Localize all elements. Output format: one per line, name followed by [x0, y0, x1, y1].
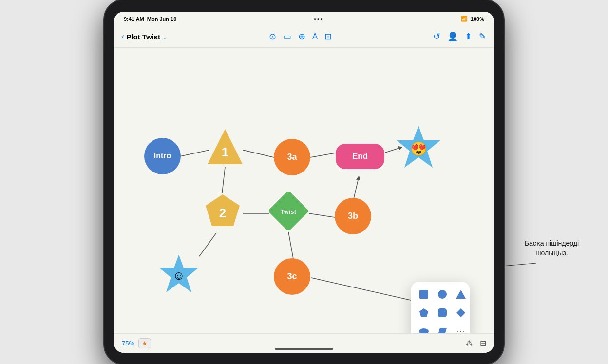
svg-rect-28: [438, 308, 447, 317]
svg-line-4: [310, 153, 338, 157]
toolbar: ‹ Plot Twist ⌄ ⊙ ▭ ⊕ A ⊡ ↺ 👤 ⬆ ✎: [114, 26, 494, 48]
svg-line-9: [354, 178, 359, 199]
svg-marker-26: [456, 290, 466, 299]
shape-tool-icon[interactable]: ⊙: [269, 31, 276, 42]
svg-rect-24: [419, 290, 428, 299]
svg-marker-27: [419, 308, 428, 317]
node-end[interactable]: End: [336, 144, 384, 169]
share-icon[interactable]: ⬆: [465, 31, 472, 42]
shape-btn-ellipse[interactable]: [416, 324, 432, 333]
svg-text:Twist: Twist: [281, 208, 297, 215]
media-tool-icon[interactable]: ⊡: [324, 31, 332, 42]
node-2[interactable]: 2: [203, 192, 242, 231]
status-bar: 9:41 AM Mon Jun 10 ••• 📶 100%: [114, 12, 494, 26]
svg-point-30: [419, 328, 429, 333]
node-3c[interactable]: 3c: [274, 258, 310, 295]
document-title: Plot Twist: [126, 33, 160, 41]
table-tool-icon[interactable]: ▭: [283, 31, 291, 42]
text-tool-icon[interactable]: A: [312, 32, 318, 41]
svg-line-8: [309, 213, 335, 217]
layout-icon[interactable]: ⊟: [480, 339, 486, 348]
shape-picker-popup: ···: [411, 282, 470, 333]
svg-text:☺: ☺: [172, 268, 185, 282]
node-star2[interactable]: ☺: [157, 252, 201, 296]
status-date: Mon Jun 10: [147, 16, 177, 22]
node-twist[interactable]: Twist: [269, 192, 308, 230]
svg-line-2: [180, 150, 209, 156]
svg-line-12: [311, 278, 415, 301]
dots-icon: •••: [314, 15, 323, 22]
collaborate-icon[interactable]: 👤: [447, 31, 458, 42]
node-3a[interactable]: 3a: [274, 139, 310, 175]
zoom-level: 75%: [122, 340, 134, 347]
edit-icon[interactable]: ✎: [479, 31, 486, 42]
wifi-icon: 📶: [461, 16, 468, 22]
home-indicator: [275, 348, 333, 350]
bottom-bar: 75% ★ ⁂ ⊟: [114, 333, 494, 353]
svg-point-25: [438, 290, 447, 299]
shape-btn-more[interactable]: ···: [453, 324, 469, 333]
undo-icon[interactable]: ↺: [433, 31, 440, 42]
svg-marker-29: [456, 308, 465, 317]
svg-line-6: [222, 167, 225, 193]
title-dropdown-icon[interactable]: ⌄: [162, 33, 168, 40]
svg-line-10: [199, 233, 216, 256]
shape-btn-square[interactable]: [416, 287, 432, 302]
svg-text:2: 2: [219, 206, 226, 220]
canvas-area: Intro 1 3a End: [114, 48, 494, 333]
annotation-bottom: Басқа пішіндерді шолыңыз.: [525, 239, 579, 258]
node-1[interactable]: 1: [206, 127, 245, 166]
svg-marker-31: [438, 328, 447, 333]
shape-btn-rounded-square[interactable]: [435, 305, 450, 321]
shape-btn-circle[interactable]: [435, 287, 450, 302]
shape-btn-parallelogram[interactable]: [435, 324, 450, 333]
shape-btn-pentagon[interactable]: [416, 305, 432, 321]
svg-line-3: [243, 150, 274, 157]
node-intro[interactable]: Intro: [144, 138, 181, 174]
node-3b[interactable]: 3b: [335, 198, 371, 234]
ipad-frame: 9:41 AM Mon Jun 10 ••• 📶 100% ‹ Plot Twi…: [104, 0, 504, 364]
status-time: 9:41 AM: [124, 16, 144, 22]
ipad-screen: 9:41 AM Mon Jun 10 ••• 📶 100% ‹ Plot Twi…: [114, 12, 494, 353]
chart-tool-icon[interactable]: ⊕: [298, 31, 305, 42]
star-badge[interactable]: ★: [138, 338, 151, 348]
node-star1[interactable]: 😍: [394, 123, 443, 172]
scatter-icon[interactable]: ⁂: [465, 339, 473, 348]
battery-label: 100%: [471, 16, 484, 22]
svg-text:😍: 😍: [410, 141, 427, 157]
back-chevron-icon[interactable]: ‹: [122, 32, 124, 41]
shape-btn-triangle[interactable]: [453, 287, 469, 302]
svg-line-11: [288, 232, 293, 259]
svg-text:1: 1: [222, 145, 228, 159]
shape-btn-diamond[interactable]: [453, 305, 469, 321]
